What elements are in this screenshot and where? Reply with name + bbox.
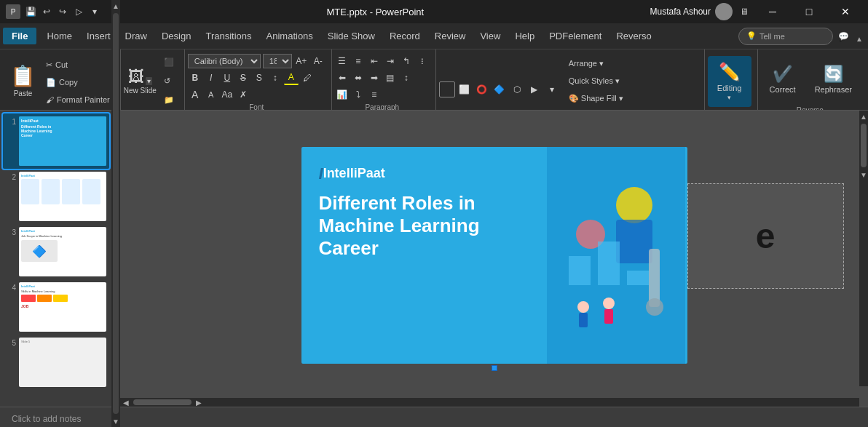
reset-button[interactable]: ↺	[159, 73, 178, 89]
underline-button[interactable]: U	[220, 71, 234, 85]
align-text-button[interactable]: ≡	[367, 87, 382, 102]
more-icon[interactable]: ▾	[89, 6, 100, 17]
tell-me-box[interactable]: 💡 Tell me	[738, 28, 833, 45]
increase-font-button[interactable]: A+	[294, 54, 309, 68]
menu-reverso[interactable]: Reverso	[609, 28, 658, 44]
menu-help[interactable]: Help	[508, 28, 542, 44]
slide-num-1: 1	[4, 118, 16, 126]
comments-icon[interactable]: 💬	[837, 31, 849, 42]
font-size-a-button[interactable]: A	[188, 87, 202, 102]
format-painter-button[interactable]: 🖌 Format Painter	[42, 92, 114, 108]
hscroll-left[interactable]: ◀	[120, 398, 132, 407]
svg-rect-5	[598, 242, 620, 285]
menu-review[interactable]: Review	[427, 28, 473, 44]
canvas-hscrollbar[interactable]: ◀ ▶	[120, 398, 859, 407]
copy-button[interactable]: 📄 Copy	[42, 74, 114, 90]
bullets-button[interactable]: ☰	[335, 54, 350, 68]
menu-design[interactable]: Design	[154, 28, 198, 44]
line-spacing-button[interactable]: ↕	[399, 71, 414, 85]
shape-1[interactable]	[439, 81, 455, 97]
slide-thumb-4[interactable]: 4 IntelliPaat Skills in Machine Learning…	[3, 279, 109, 335]
maximize-button[interactable]: □	[792, 0, 826, 23]
align-center-button[interactable]: ⬌	[351, 71, 366, 85]
spacing-button[interactable]: ↕	[268, 71, 283, 85]
shape-3[interactable]: ⭕	[474, 81, 490, 97]
shape-4[interactable]: 🔷	[492, 81, 508, 97]
slide-thumb-5[interactable]: 5 Slide 5	[3, 335, 109, 390]
slide-thumb-1[interactable]: 1 IntelliPaat Different Roles inMachine …	[3, 113, 109, 169]
font-size-select[interactable]: 18	[263, 54, 292, 68]
layout-button[interactable]: ⬛	[159, 54, 178, 70]
font-color-button[interactable]: A	[284, 71, 299, 85]
align-left-button[interactable]: ⬅	[335, 71, 350, 85]
slide-thumb-2[interactable]: 2 IntelliPaat	[3, 169, 109, 224]
slide-canvas[interactable]: I IntelliPaat Different Roles in Machine…	[120, 111, 868, 407]
vscroll-thumb[interactable]	[861, 124, 867, 167]
redo-icon[interactable]: ↪	[57, 6, 68, 17]
rephraser-button[interactable]: 🔄 Rephraser	[808, 54, 859, 105]
menu-record[interactable]: Record	[382, 28, 427, 44]
canvas-vscrollbar[interactable]: ▲ ▼	[859, 111, 868, 386]
vscroll-up[interactable]: ▲	[859, 111, 868, 122]
menu-transitions[interactable]: Transitions	[198, 28, 259, 44]
text-box-overlay[interactable]: e	[687, 183, 844, 289]
font-size-aa-button[interactable]: A	[204, 87, 218, 102]
menu-home[interactable]: Home	[39, 28, 79, 44]
text-direction-button[interactable]: ⤵	[351, 87, 366, 102]
panel-scrollbar-thumb[interactable]	[113, 111, 119, 407]
shape-arrange[interactable]: ▾	[544, 81, 560, 97]
correct-button[interactable]: ✔️ Correct	[761, 54, 805, 105]
notes-bar[interactable]: Click to add notes	[0, 407, 868, 427]
case-button[interactable]: Aa	[220, 87, 234, 102]
undo-icon[interactable]: ↩	[41, 6, 52, 17]
shape-5[interactable]: ⬡	[509, 81, 525, 97]
justify-button[interactable]: ▤	[383, 71, 398, 85]
highlight-button[interactable]: 🖊	[300, 71, 315, 85]
vscroll-down[interactable]: ▼	[859, 169, 868, 180]
present-icon[interactable]: ▷	[73, 6, 84, 17]
shadow-button[interactable]: S	[252, 71, 267, 85]
strikethrough-button[interactable]: S	[236, 71, 250, 85]
main-slide[interactable]: I IntelliPaat Different Roles in Machine…	[301, 147, 687, 364]
align-right-button[interactable]: ➡	[367, 71, 382, 85]
slide-thumb-3[interactable]: 3 IntelliPaat Job Scope in Machine Learn…	[3, 224, 109, 279]
indent-more-button[interactable]: ⇥	[383, 54, 398, 68]
indent-less-button[interactable]: ⇤	[367, 54, 382, 68]
new-slide-button[interactable]: 🖼 ▾ New Slide	[124, 68, 157, 95]
shape-fill-button[interactable]: 🎨 Shape Fill ▾	[564, 90, 631, 106]
rtl-button[interactable]: ↰	[399, 54, 414, 68]
italic-button[interactable]: I	[204, 71, 218, 85]
font-family-select[interactable]: Calibri (Body)	[188, 54, 261, 68]
clear-format-button[interactable]: ✗	[236, 87, 250, 102]
menu-pdfelement[interactable]: PDFelement	[542, 28, 609, 44]
decrease-font-button[interactable]: A-	[311, 54, 326, 68]
columns-button[interactable]: ⫶	[415, 54, 430, 68]
menu-draw[interactable]: Draw	[118, 28, 154, 44]
menu-animations[interactable]: Animations	[259, 28, 320, 44]
numbering-button[interactable]: ≡	[351, 54, 366, 68]
quick-styles-button[interactable]: Quick Styles ▾	[564, 73, 631, 89]
menu-view[interactable]: View	[473, 28, 508, 44]
hscroll-right[interactable]: ▶	[193, 398, 205, 407]
shape-6[interactable]: ▶	[526, 81, 542, 97]
editing-button[interactable]: ✏️ Editing ▾	[708, 56, 751, 107]
svg-point-11	[603, 298, 615, 309]
bold-button[interactable]: B	[188, 71, 202, 85]
monitor-icon[interactable]: 🖥	[738, 6, 750, 17]
resize-handle[interactable]	[492, 365, 497, 371]
cut-button[interactable]: ✂ Cut	[42, 57, 114, 73]
paste-button[interactable]: 📋 Paste	[6, 60, 40, 102]
close-button[interactable]: ✕	[829, 0, 862, 23]
slide-preview-4: IntelliPaat Skills in Machine Learning J…	[19, 282, 106, 332]
save-icon[interactable]: 💾	[25, 6, 36, 17]
collapse-ribbon-btn[interactable]: ▲	[853, 33, 865, 45]
section-button[interactable]: 📁	[159, 92, 178, 108]
menu-slideshow[interactable]: Slide Show	[320, 28, 382, 44]
hscroll-thumb[interactable]	[133, 399, 192, 405]
user-section[interactable]: Mustafa Ashour	[650, 3, 733, 20]
menu-file[interactable]: File	[3, 28, 36, 44]
convert-smartart-button[interactable]: 📊	[335, 87, 350, 102]
minimize-button[interactable]: ─	[756, 0, 789, 23]
arrange-button[interactable]: Arrange ▾	[564, 55, 631, 71]
shape-2[interactable]: ⬜	[457, 81, 473, 97]
